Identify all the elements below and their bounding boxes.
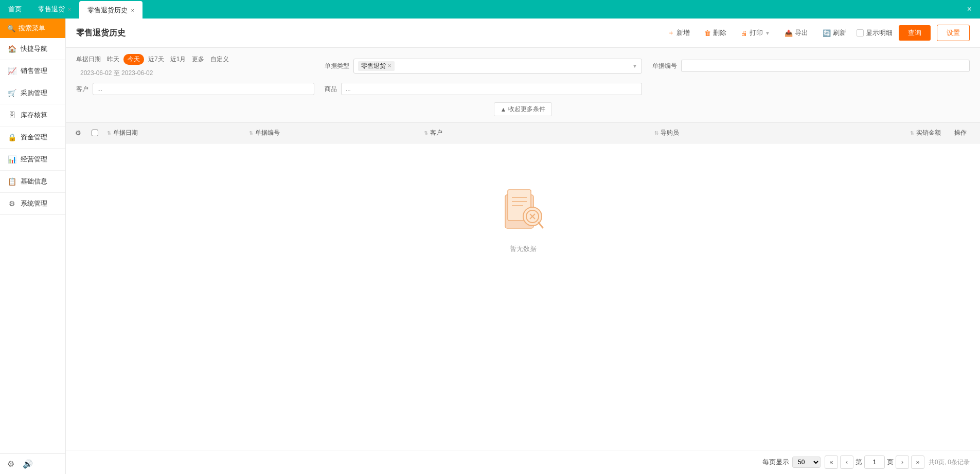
sidebar-item-sales-mgmt[interactable]: 📈 销售管理 xyxy=(0,60,65,82)
tab-retail-return-label: 零售退货 xyxy=(38,5,65,14)
select-all-checkbox[interactable] xyxy=(86,130,103,136)
sidebar-item-purchase-mgmt[interactable]: 🛒 采购管理 xyxy=(0,82,65,104)
th-guide[interactable]: ⇅ 导购员 xyxy=(650,129,825,137)
last-page-button[interactable]: » xyxy=(911,455,924,469)
empty-state: 暂无数据 xyxy=(66,143,980,295)
empty-text: 暂无数据 xyxy=(510,244,537,253)
main-layout: 🔍 搜索菜单 🏠 快捷导航 📈 销售管理 🛒 采购管理 🗄 库存核算 🔒 资金管… xyxy=(0,19,980,474)
page-header: 零售退货历史 ＋ 新增 🗑 删除 🖨 打印 ▼ 📤 导出 xyxy=(66,19,980,48)
th-amount-label: 实销金额 xyxy=(916,129,941,137)
date-btn-yesterday[interactable]: 昨天 xyxy=(105,54,121,65)
type-tag-value: 零售退货 xyxy=(361,62,386,70)
tab-home[interactable]: 首页 xyxy=(0,0,30,19)
page-number-input[interactable] xyxy=(864,455,885,469)
th-date[interactable]: ⇅ 单据日期 xyxy=(103,129,245,137)
date-btn-today[interactable]: 今天 xyxy=(123,54,144,65)
column-settings-button[interactable]: ⚙ xyxy=(70,129,86,137)
sidebar-item-purchase-mgmt-label: 采购管理 xyxy=(21,88,47,98)
page-title: 零售退货历史 xyxy=(76,28,664,39)
filter-goods-item: 商品 ... xyxy=(325,83,642,95)
display-detail-label: 显示明细 xyxy=(866,28,893,38)
sidebar-bottom: ⚙ 🔊 xyxy=(0,453,65,474)
inventory-icon: 🗄 xyxy=(7,111,16,120)
per-page-select[interactable]: 50 10 20 100 xyxy=(792,457,821,468)
filter-row-1: 单据日期 昨天 今天 近7天 近1月 更多 自定义 2023-06-02 至 2… xyxy=(76,54,970,78)
refresh-button[interactable]: 🔄 刷新 xyxy=(818,26,850,40)
content-area: 零售退货历史 ＋ 新增 🗑 删除 🖨 打印 ▼ 📤 导出 xyxy=(66,19,980,474)
sidebar-item-finance-mgmt-label: 资金管理 xyxy=(21,133,47,142)
sidebar-item-basic-info[interactable]: 📋 基础信息 xyxy=(0,171,65,193)
th-op-label: 操作 xyxy=(954,129,967,137)
date-btn-1month[interactable]: 近1月 xyxy=(168,54,188,65)
header-actions: ＋ 新增 🗑 删除 🖨 打印 ▼ 📤 导出 🔄 xyxy=(664,25,970,41)
sidebar-item-inventory-calc-label: 库存核算 xyxy=(21,111,47,120)
type-tag-remove[interactable]: × xyxy=(388,62,391,69)
tab-retail-return[interactable]: 零售退货 × xyxy=(30,0,79,19)
display-detail-toggle[interactable]: 显示明细 xyxy=(857,28,893,38)
prev-page-button[interactable]: ‹ xyxy=(840,455,853,469)
sidebar-item-quick-nav-label: 快捷导航 xyxy=(21,44,47,53)
collapse-row: ▲ 收起更多条件 xyxy=(76,100,970,116)
type-tag: 零售退货 × xyxy=(358,61,395,71)
tab-retail-return-history-close[interactable]: × xyxy=(131,7,134,13)
set-button[interactable]: 设置 xyxy=(937,25,970,41)
export-label: 导出 xyxy=(795,28,808,38)
total-info: 共0页, 0条记录 xyxy=(929,458,970,467)
sidebar-item-system-mgmt[interactable]: ⚙ 系统管理 xyxy=(0,193,65,215)
customer-filter-label: 客户 xyxy=(76,85,88,94)
page-unit: 页 xyxy=(887,458,894,467)
goods-placeholder: ... xyxy=(346,85,351,93)
th-no-label: 单据编号 xyxy=(255,129,280,137)
delete-button[interactable]: 🗑 删除 xyxy=(700,26,730,40)
collapse-icon: ▲ xyxy=(501,106,507,113)
sort-icon-amount: ⇅ xyxy=(910,130,914,136)
no-filter-input[interactable] xyxy=(681,60,970,72)
th-customer-label: 客户 xyxy=(430,129,442,137)
date-btn-7days[interactable]: 近7天 xyxy=(146,54,166,65)
tab-home-label: 首页 xyxy=(8,5,22,14)
customer-filter-select[interactable]: ... xyxy=(93,83,314,95)
select-all-input[interactable] xyxy=(92,130,98,136)
next-page-button[interactable]: › xyxy=(896,455,909,469)
first-page-button[interactable]: « xyxy=(825,455,838,469)
th-amount[interactable]: ⇅ 实销金额 xyxy=(826,129,945,137)
th-guide-label: 导购员 xyxy=(661,129,679,137)
date-btn-more[interactable]: 更多 xyxy=(190,54,206,65)
th-no[interactable]: ⇅ 单据编号 xyxy=(245,129,420,137)
export-button[interactable]: 📤 导出 xyxy=(780,26,812,40)
date-btn-custom[interactable]: 自定义 xyxy=(208,54,231,65)
add-icon: ＋ xyxy=(668,28,674,38)
svg-line-9 xyxy=(539,223,543,228)
th-customer[interactable]: ⇅ 客户 xyxy=(420,129,651,137)
type-filter-label: 单据类型 xyxy=(325,62,349,70)
basic-icon: 📋 xyxy=(7,177,16,186)
print-button[interactable]: 🖨 打印 ▼ xyxy=(737,26,774,40)
sidebar-item-finance-mgmt[interactable]: 🔒 资金管理 xyxy=(0,126,65,149)
collapse-button[interactable]: ▲ 收起更多条件 xyxy=(494,102,553,116)
sidebar-search[interactable]: 🔍 搜索菜单 xyxy=(0,19,65,38)
refresh-icon: 🔄 xyxy=(823,29,831,37)
goods-filter-select[interactable]: ... xyxy=(341,83,642,95)
settings-icon[interactable]: ⚙ xyxy=(7,459,14,469)
pagination: 每页显示 50 10 20 100 « ‹ 第 页 › » 共0页, 0条记录 xyxy=(66,450,980,474)
sidebar-item-operation-mgmt[interactable]: 📊 经营管理 xyxy=(0,149,65,171)
sidebar-item-inventory-calc[interactable]: 🗄 库存核算 xyxy=(0,104,65,126)
display-detail-checkbox[interactable] xyxy=(857,29,864,37)
tab-retail-return-close[interactable]: × xyxy=(68,6,71,12)
window-close-button[interactable]: × xyxy=(959,5,980,14)
sidebar: 🔍 搜索菜单 🏠 快捷导航 📈 销售管理 🛒 采购管理 🗄 库存核算 🔒 资金管… xyxy=(0,19,66,474)
volume-icon[interactable]: 🔊 xyxy=(23,459,33,469)
filter-customer-item: 客户 ... xyxy=(76,83,314,95)
query-button[interactable]: 查询 xyxy=(899,25,931,41)
system-icon: ⚙ xyxy=(7,199,16,208)
export-icon: 📤 xyxy=(785,29,793,37)
collapse-label: 收起更多条件 xyxy=(508,105,545,114)
sidebar-item-quick-nav[interactable]: 🏠 快捷导航 xyxy=(0,38,65,60)
add-button[interactable]: ＋ 新增 xyxy=(664,26,694,40)
goods-filter-label: 商品 xyxy=(325,85,337,94)
type-filter-select[interactable]: 零售退货 × ▼ xyxy=(353,59,642,74)
page-size-selector: 每页显示 50 10 20 100 xyxy=(762,457,821,468)
sidebar-item-system-mgmt-label: 系统管理 xyxy=(21,199,47,208)
tab-retail-return-history[interactable]: 零售退货历史 × xyxy=(79,1,142,20)
page-nav: « ‹ 第 页 › » xyxy=(825,455,924,469)
